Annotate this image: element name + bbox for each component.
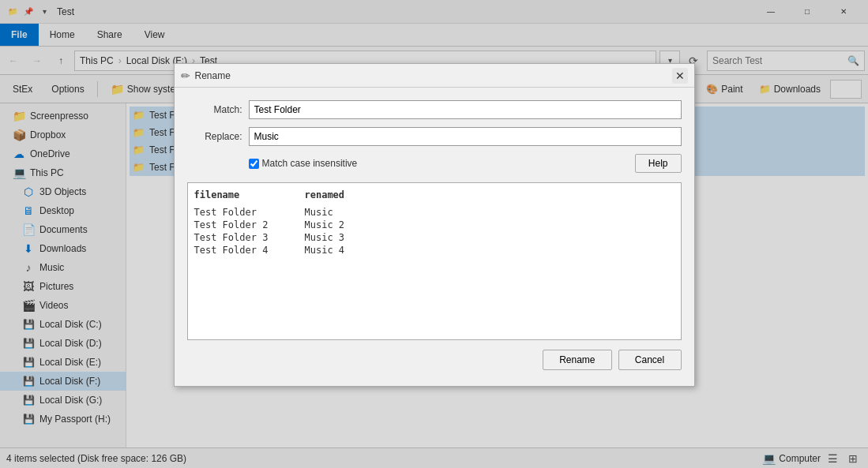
match-case-label: Match case insensitive [262, 158, 358, 169]
preview-renamed-4: Music 4 [305, 245, 384, 256]
preview-header-filename: filename [194, 189, 273, 200]
rename-button[interactable]: Rename [543, 350, 611, 370]
preview-filename-4: Test Folder 4 [194, 245, 273, 256]
dialog-title-icon: ✏ [181, 69, 190, 82]
replace-field: Replace: [187, 127, 682, 146]
preview-filename-2: Test Folder 2 [194, 219, 273, 230]
preview-row: Test Folder 2 Music 2 [194, 219, 674, 230]
dialog-preview: filename renamed Test Folder Music Test … [187, 182, 682, 340]
match-case-checkbox-group: Match case insensitive [249, 158, 629, 169]
preview-renamed-3: Music 3 [305, 232, 384, 243]
match-label: Match: [187, 104, 242, 115]
dialog-titlebar: ✏ Rename ✕ [175, 64, 694, 88]
preview-filename-3: Test Folder 3 [194, 232, 273, 243]
preview-header-renamed: renamed [305, 189, 384, 200]
preview-row: Test Folder 4 Music 4 [194, 245, 674, 256]
dialog-footer: Rename Cancel [187, 350, 682, 373]
preview-header: filename renamed [194, 189, 674, 202]
rename-dialog: ✏ Rename ✕ Match: Replace: Match case in… [174, 63, 695, 387]
match-field: Match: [187, 100, 682, 119]
replace-label: Replace: [187, 131, 242, 142]
preview-row: Test Folder Music [194, 207, 674, 218]
preview-renamed-2: Music 2 [305, 219, 384, 230]
help-button[interactable]: Help [635, 154, 682, 173]
replace-input[interactable] [249, 127, 682, 146]
preview-filename-1: Test Folder [194, 207, 273, 218]
preview-renamed-1: Music [305, 207, 384, 218]
dialog-options: Match case insensitive Help [187, 154, 682, 173]
cancel-button[interactable]: Cancel [618, 350, 682, 370]
match-input[interactable] [249, 100, 682, 119]
match-case-checkbox[interactable] [249, 159, 259, 169]
modal-overlay: ✏ Rename ✕ Match: Replace: Match case in… [0, 0, 868, 468]
dialog-title-text: Rename [195, 70, 672, 81]
preview-row: Test Folder 3 Music 3 [194, 232, 674, 243]
dialog-body: Match: Replace: Match case insensitive H… [175, 88, 694, 386]
dialog-close-button[interactable]: ✕ [672, 68, 688, 84]
